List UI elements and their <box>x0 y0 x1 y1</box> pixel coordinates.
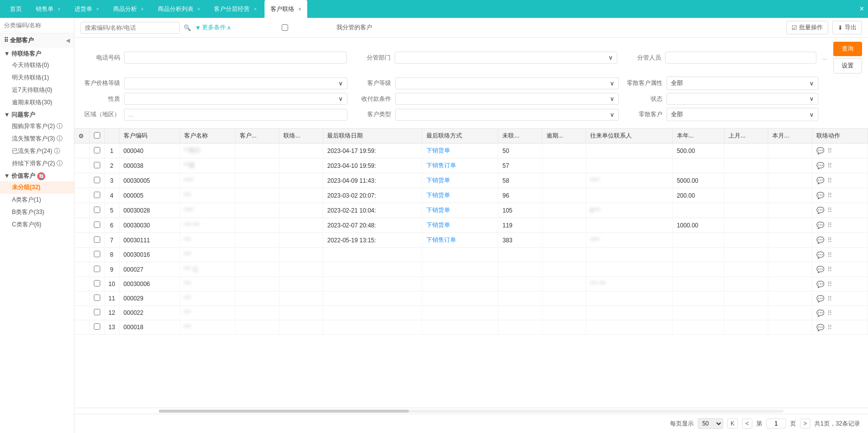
region-select[interactable]: ... <box>124 109 347 121</box>
tab-customer-contact[interactable]: 客户联络 × <box>265 0 307 18</box>
grid-icon[interactable]: ⠿ <box>827 324 832 331</box>
grid-icon[interactable]: ⠿ <box>827 236 832 244</box>
close-product-analysis-icon[interactable]: × <box>141 6 144 12</box>
sidebar-item-b-class[interactable]: B类客户(33) <box>0 206 74 218</box>
problem-customers-group[interactable]: ▼ 问题客户 <box>0 109 74 120</box>
comment-icon[interactable]: 💬 <box>816 221 824 229</box>
grid-icon[interactable]: ⠿ <box>827 309 832 317</box>
checkbox-cell[interactable] <box>89 203 104 218</box>
comment-icon[interactable]: 💬 <box>816 162 824 169</box>
overdue-header[interactable]: 逾期... <box>542 129 586 144</box>
more-conditions-button[interactable]: ▼ 更多条件 ∧ <box>195 23 231 32</box>
query-button[interactable]: 查询 <box>833 42 862 56</box>
this-month-header[interactable]: 本月... <box>768 129 812 144</box>
grid-icon[interactable]: ⠿ <box>827 207 832 214</box>
checkbox-cell[interactable] <box>89 248 104 262</box>
tab-customer-segment[interactable]: 客户分层经营 × <box>208 0 263 18</box>
checkbox-cell[interactable] <box>89 320 104 335</box>
retail-customer-select[interactable]: 全部 ∨ <box>667 108 818 121</box>
search-icon[interactable]: 🔍 <box>184 24 191 31</box>
checkbox-cell[interactable] <box>89 218 104 233</box>
grid-icon[interactable]: ⠿ <box>827 281 832 288</box>
checkbox-cell[interactable] <box>89 233 104 248</box>
payment-select[interactable]: ∨ <box>395 93 618 105</box>
collapse-icon[interactable]: ◀ <box>66 38 70 43</box>
pending-contact-group[interactable]: ▼ 待联络客户 <box>0 48 74 59</box>
close-sales-icon[interactable]: × <box>58 6 61 12</box>
sidebar-item-ungraded[interactable]: 未分组(32) <box>0 181 74 194</box>
checkbox-cell[interactable] <box>89 306 104 320</box>
sidebar-item-declining[interactable]: 持续下滑客户(2) ⓘ <box>0 157 74 170</box>
retail-attr-select[interactable]: 全部 ∨ <box>667 76 818 90</box>
prev-page-button[interactable]: < <box>742 419 752 429</box>
contact-action-header[interactable]: 联络动作 <box>812 129 868 144</box>
grid-icon[interactable]: ⠿ <box>827 162 832 169</box>
sidebar-item-hoarding[interactable]: 囤购异常客户(2) ⓘ <box>0 120 74 133</box>
comment-icon[interactable]: 💬 <box>816 281 824 288</box>
unit-contact-header[interactable]: 往来单位联系人 <box>586 129 672 144</box>
next-page-button[interactable]: > <box>800 419 810 429</box>
comment-icon[interactable]: 💬 <box>816 324 824 331</box>
code-column-header[interactable]: 客户编码 <box>119 129 180 144</box>
reset-button[interactable]: 设置 <box>833 58 862 73</box>
select-all-checkbox[interactable] <box>94 132 100 139</box>
last-contact-method-header[interactable]: 最后联络方式 <box>422 129 498 144</box>
checkbox-cell[interactable] <box>89 262 104 277</box>
comment-icon[interactable]: 💬 <box>816 192 824 199</box>
manager-input[interactable] <box>665 52 816 64</box>
sidebar-item-c-class[interactable]: C类客户(6) <box>0 218 74 231</box>
close-all-button[interactable]: × <box>860 4 864 13</box>
no-contact-header[interactable]: 未联... <box>498 129 542 144</box>
tab-home[interactable]: 首页 <box>4 0 28 18</box>
tab-purchase[interactable]: 进货单 × <box>68 0 105 18</box>
checkbox-cell[interactable] <box>89 158 104 173</box>
tab-sales[interactable]: 销售单 × <box>30 0 67 18</box>
sidebar-item-7days[interactable]: 近7天待联络(0) <box>0 84 74 96</box>
first-page-button[interactable]: K <box>727 419 738 429</box>
sidebar-item-today[interactable]: 今天待联络(0) <box>0 59 74 72</box>
comment-icon[interactable]: 💬 <box>816 295 824 302</box>
scrollbar-track[interactable] <box>159 410 784 413</box>
grid-icon[interactable]: ⠿ <box>827 266 832 273</box>
checkbox-cell[interactable] <box>89 277 104 291</box>
this-year-header[interactable]: 本年... <box>672 129 724 144</box>
sidebar-item-churn-warning[interactable]: 流失预警客户(3) ⓘ <box>0 133 74 145</box>
grid-icon[interactable]: ⠿ <box>827 192 832 199</box>
status-select[interactable]: ∨ <box>667 93 818 105</box>
manager-ellipsis-button[interactable]: ... <box>820 54 829 61</box>
checkbox-column-header[interactable] <box>89 129 104 144</box>
tab-product-list[interactable]: 商品分析列表 × <box>152 0 206 18</box>
comment-icon[interactable]: 💬 <box>816 147 824 154</box>
nature-select[interactable]: ∨ <box>124 93 347 105</box>
grid-icon[interactable]: ⠿ <box>827 295 832 302</box>
sidebar-item-churned[interactable]: 已流失客户(24) ⓘ <box>0 145 74 157</box>
sidebar-item-a-class[interactable]: A类客户(1) <box>0 194 74 206</box>
comment-icon[interactable]: 💬 <box>816 251 824 259</box>
search-input[interactable] <box>80 22 180 34</box>
all-customers-header[interactable]: ⠿ 全部客户 ◀ <box>0 33 74 48</box>
comment-icon[interactable]: 💬 <box>816 266 824 273</box>
per-page-select[interactable]: 50 20 100 <box>698 418 723 429</box>
my-customers-checkbox[interactable]: 我分管的客户 <box>235 23 372 32</box>
export-button[interactable]: ⬇ 导出 <box>832 21 862 34</box>
checkbox-cell[interactable] <box>89 291 104 306</box>
close-customer-segment-icon[interactable]: × <box>254 6 257 12</box>
checkbox-cell[interactable] <box>89 188 104 203</box>
checkbox-cell[interactable] <box>89 144 104 158</box>
last-month-header[interactable]: 上月... <box>725 129 768 144</box>
tab-product-analysis[interactable]: 商品分析 × <box>107 0 150 18</box>
comment-icon[interactable]: 💬 <box>816 309 824 317</box>
page-input[interactable] <box>766 419 786 429</box>
checkbox-cell[interactable] <box>89 173 104 188</box>
grid-icon[interactable]: ⠿ <box>827 251 832 259</box>
batch-operation-button[interactable]: ☑ 批量操作 <box>786 21 828 34</box>
grid-icon[interactable]: ⠿ <box>827 147 832 154</box>
customer-type-select[interactable]: ∨ <box>395 109 618 121</box>
scrollbar-thumb[interactable] <box>159 410 409 413</box>
phone-input[interactable] <box>124 52 347 64</box>
contact-column-header[interactable]: 联络... <box>279 129 323 144</box>
customer-level-select[interactable]: ∨ <box>395 77 618 89</box>
sidebar-item-overdue[interactable]: 逾期未联络(30) <box>0 96 74 109</box>
value-customers-group[interactable]: ▼ 价值客户 🔄 <box>0 170 74 181</box>
grid-icon[interactable]: ⠿ <box>827 177 832 184</box>
